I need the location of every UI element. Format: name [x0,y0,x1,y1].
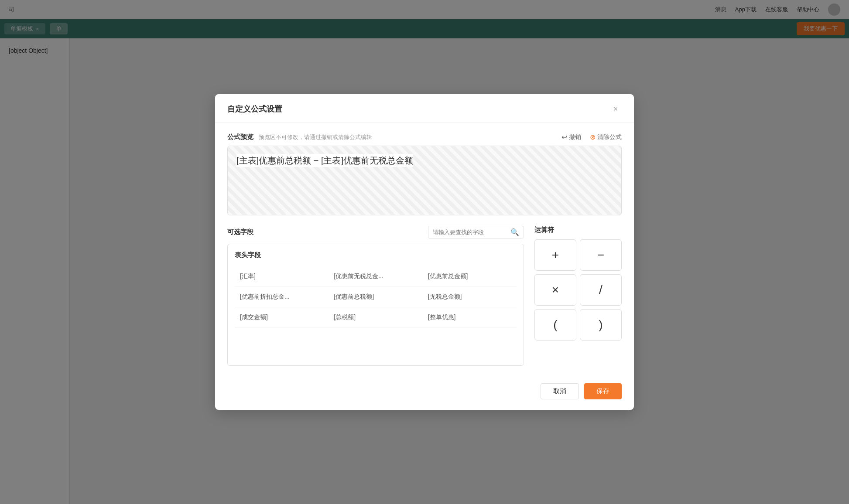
operator-button[interactable]: + [534,239,576,271]
search-icon: 🔍 [510,228,519,236]
field-item[interactable]: [优惠前折扣总金... [235,287,329,307]
operators-title: 运算符 [534,226,622,234]
undo-button[interactable]: ↩ 撤销 [561,133,581,141]
clear-icon: ⊗ [590,133,596,141]
field-item[interactable]: [优惠前总金额] [423,266,517,287]
modal-title: 自定义公式设置 [227,104,282,114]
operator-button[interactable]: × [534,274,576,306]
field-item[interactable]: [优惠前无税总金... [329,266,422,287]
modal-dialog: 自定义公式设置 × 公式预览 预览区不可修改，请通过撤销或清除公式编辑 ↩ 撤销 [215,94,634,410]
close-button[interactable]: × [609,103,622,115]
fields-search: 🔍 [428,226,524,238]
fields-list-container[interactable]: 表头字段 [汇率][优惠前无税总金...[优惠前总金额][优惠前折扣总金...[… [227,244,524,366]
formula-content: [主表]优惠前总税额 − [主表]优惠前无税总金额 [236,154,413,167]
fields-panel: 可选字段 🔍 表头字段 [汇率][优惠前无税总金...[优惠前总金额][优惠前折… [227,226,524,366]
fields-grid: [汇率][优惠前无税总金...[优惠前总金额][优惠前折扣总金...[优惠前总税… [235,266,517,328]
operator-button[interactable]: / [580,274,622,306]
save-button[interactable]: 保存 [584,383,622,399]
modal-body: 公式预览 预览区不可修改，请通过撤销或清除公式编辑 ↩ 撤销 ⊗ 清除公式 [215,123,634,376]
clear-formula-button[interactable]: ⊗ 清除公式 [590,133,622,141]
formula-section: 公式预览 预览区不可修改，请通过撤销或清除公式编辑 ↩ 撤销 ⊗ 清除公式 [227,133,622,215]
formula-label-row: 公式预览 预览区不可修改，请通过撤销或清除公式编辑 ↩ 撤销 ⊗ 清除公式 [227,133,622,141]
cancel-button[interactable]: 取消 [541,383,579,399]
modal-overlay: 自定义公式设置 × 公式预览 预览区不可修改，请通过撤销或清除公式编辑 ↩ 撤销 [0,0,849,504]
formula-label: 公式预览 [227,133,253,141]
operators-panel: 运算符 +−×/() [534,226,622,366]
search-input[interactable] [433,229,508,235]
formula-preview-box: [主表]优惠前总税额 − [主表]优惠前无税总金额 [227,146,622,215]
operator-button[interactable]: ) [580,309,622,341]
formula-hint: 预览区不可修改，请通过撤销或清除公式编辑 [259,133,372,141]
operators-grid: +−×/() [534,239,622,341]
field-item[interactable]: [无税总金额] [423,287,517,307]
field-item[interactable]: [成交金额] [235,307,329,328]
field-item[interactable]: [总税额] [329,307,422,328]
formula-actions: ↩ 撤销 ⊗ 清除公式 [561,133,622,141]
operator-button[interactable]: − [580,239,622,271]
field-item[interactable]: [优惠前总税额] [329,287,422,307]
operator-button[interactable]: ( [534,309,576,341]
modal-header: 自定义公式设置 × [215,94,634,123]
undo-icon: ↩ [561,133,567,141]
fields-group-title: 表头字段 [235,251,517,259]
field-item[interactable]: [汇率] [235,266,329,287]
field-item[interactable]: [整单优惠] [423,307,517,328]
bottom-section: 可选字段 🔍 表头字段 [汇率][优惠前无税总金...[优惠前总金额][优惠前折… [227,226,622,366]
fields-header: 可选字段 🔍 [227,226,524,238]
fields-title: 可选字段 [227,228,253,236]
modal-footer: 取消 保存 [215,376,634,410]
